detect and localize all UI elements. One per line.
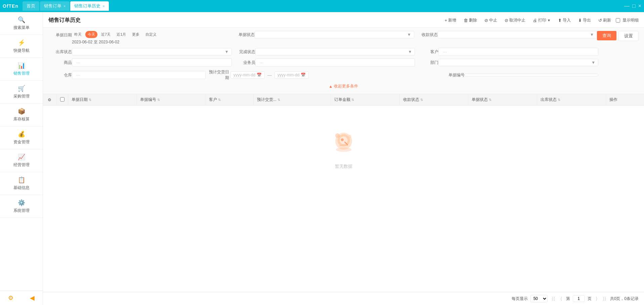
dept-dropdown-icon: ▼ — [591, 60, 595, 65]
out-dropdown-icon: ▼ — [225, 49, 229, 54]
svg-point-6 — [335, 134, 340, 138]
per-page-select[interactable]: 50 10 20 100 — [530, 295, 548, 302]
expected-date-label: 预计交货日期 — [206, 69, 229, 81]
print-icon: 🖨 — [533, 18, 537, 23]
top-tab-首页[interactable]: 首页 — [23, 1, 39, 11]
display-toggle[interactable]: 显示明细 — [616, 17, 639, 23]
query-button[interactable]: 查询 — [597, 31, 616, 40]
customer-more-icon[interactable]: ··· — [441, 49, 448, 54]
sidebar-item-基础信息[interactable]: 📋基础信息 — [0, 172, 43, 195]
salesperson-input[interactable]: ··· — [255, 59, 415, 67]
sidebar-item-采购管理[interactable]: 🛒采购管理 — [0, 81, 43, 104]
collapse-icon[interactable]: ◀ — [30, 294, 35, 302]
date-7days-btn[interactable]: 近7天 — [99, 31, 113, 38]
table-container: ⚙ 单据日期 ⇅ 单据编号 — [43, 94, 644, 292]
display-detail-checkbox[interactable] — [616, 18, 620, 23]
sort-icon-date: ⇅ — [89, 98, 91, 102]
first-page-button[interactable]: ⟨⟨ — [550, 295, 556, 302]
minimize-button[interactable]: — — [624, 3, 630, 9]
sidebar-item-快捷导航[interactable]: ⚡快捷导航 — [0, 35, 43, 58]
add-icon: + — [445, 18, 447, 23]
customer-label: 客户 — [415, 49, 438, 55]
table-body: 暂无数据 — [43, 106, 644, 190]
sidebar-bottom: ⚙ ◀ — [0, 291, 43, 305]
settings-icon[interactable]: ⚙ — [8, 294, 13, 302]
table-settings-icon[interactable]: ⚙ — [48, 98, 51, 102]
last-page-button[interactable]: ⟩⟩ — [601, 295, 607, 302]
prev-page-button[interactable]: ⟨ — [559, 295, 563, 302]
print-button[interactable]: 🖨 打印 ▼ — [530, 16, 553, 25]
status-select[interactable]: ▼ — [255, 31, 414, 38]
calendar-start-icon[interactable]: 📅 — [257, 73, 262, 77]
date-today-btn[interactable]: 今天 — [85, 31, 97, 38]
sort-icon-bill: ⇅ — [489, 98, 491, 102]
expected-date-end[interactable]: yyyy-mm-dd 📅 — [274, 71, 309, 79]
stop-button[interactable]: ⊘ 中止 — [482, 16, 500, 25]
sidebar-label: 库存核算 — [13, 116, 30, 122]
date-more-btn[interactable]: 更多 — [130, 31, 142, 38]
sidebar: 🔍搜索菜单⚡快捷导航📊销售管理🛒采购管理📦库存核算💰资金管理📈经营管理📋基础信息… — [0, 12, 43, 305]
sidebar-label: 快捷导航 — [13, 48, 30, 53]
sidebar-item-销售管理[interactable]: 📊销售管理 — [0, 58, 43, 81]
date-custom-btn[interactable]: 自定义 — [143, 31, 159, 38]
top-tab-销售订单历史[interactable]: 销售订单历史× — [70, 1, 109, 11]
customer-input[interactable]: ··· — [438, 48, 598, 56]
collapse-chevron-icon: ▲ — [329, 84, 333, 89]
import-icon: ⬆ — [558, 18, 562, 23]
footer-pagination: 每页显示 50 10 20 100 ⟨⟨ ⟨ 第 页 ⟩ ⟩⟩ 共0页，0条记录 — [43, 292, 644, 305]
product-more-icon[interactable]: ··· — [75, 60, 82, 65]
out-status-select[interactable]: ▼ — [72, 48, 232, 55]
cancel-stop-button[interactable]: ⊘ 取消中止 — [502, 16, 528, 25]
col-amount-sort[interactable]: 订单金额 ⇅ — [334, 97, 396, 103]
date-yesterday-btn[interactable]: 昨天 — [72, 31, 84, 38]
col-number-sort[interactable]: 单据编号 ⇅ — [140, 97, 202, 103]
top-tab-销售订单[interactable]: 销售订单× — [40, 1, 70, 11]
filter-area: 单据日期 昨天 今天 近7天 近1月 更多 自定义 2023-06-02 至 2… — [43, 28, 644, 94]
svg-point-4 — [341, 139, 343, 141]
complete-status-select[interactable]: ▼ — [255, 48, 415, 55]
receipt-status-select[interactable]: ▼ — [438, 31, 597, 38]
new-button[interactable]: + 新增 — [442, 16, 459, 25]
warehouse-input[interactable]: ··· — [72, 71, 206, 79]
tab-close-icon[interactable]: × — [63, 4, 66, 8]
collapse-row[interactable]: ▲ 收起更多条件 — [48, 82, 639, 90]
col-customer-sort[interactable]: 客户 ⇅ — [209, 97, 250, 103]
product-input[interactable]: ··· — [72, 59, 232, 67]
date-1month-btn[interactable]: 近1月 — [114, 31, 128, 38]
col-date-sort[interactable]: 单据日期 ⇅ — [72, 97, 133, 103]
dept-select[interactable]: ▼ — [438, 59, 598, 66]
col-receipt-sort[interactable]: 收款状态 ⇅ — [403, 97, 465, 103]
col-expected-sort[interactable]: 预计交货... ⇅ — [257, 97, 327, 103]
select-all-checkbox[interactable] — [60, 97, 65, 102]
close-button[interactable]: × — [638, 3, 641, 9]
col-bill-status: 单据状态 ⇅ — [468, 94, 537, 106]
sidebar-item-经营管理[interactable]: 📈经营管理 — [0, 149, 43, 172]
order-number-input[interactable] — [465, 74, 598, 76]
refresh-icon: ↺ — [598, 18, 602, 23]
salesperson-more-icon[interactable]: ··· — [258, 60, 265, 65]
import-button[interactable]: ⬆ 导入 — [555, 16, 573, 25]
receipt-status-label: 收款状态 — [414, 32, 438, 38]
sidebar-item-系统管理[interactable]: ⚙️系统管理 — [0, 195, 43, 218]
warehouse-more-icon[interactable]: ··· — [75, 72, 82, 78]
sidebar-item-资金管理[interactable]: 💰资金管理 — [0, 126, 43, 149]
sort-icon-out: ⇅ — [558, 98, 560, 102]
calendar-end-icon[interactable]: 📅 — [301, 73, 306, 77]
col-out-sort[interactable]: 出库状态 ⇅ — [541, 97, 602, 103]
toolbar: + 新增 🗑 删除 ⊘ 中止 ⊘ 取消中止 🖨 打印 — [442, 16, 639, 25]
order-number-label: 单据编号 — [441, 72, 465, 78]
export-button[interactable]: ⬇ 导出 — [575, 16, 594, 25]
sidebar-item-搜索菜单[interactable]: 🔍搜索菜单 — [0, 12, 43, 35]
page-input[interactable] — [573, 295, 585, 302]
col-bill-sort[interactable]: 单据状态 ⇅ — [472, 97, 533, 103]
settings-button[interactable]: 设置 — [618, 31, 639, 41]
maximize-button[interactable]: □ — [632, 3, 636, 9]
receipt-dropdown-icon: ▼ — [590, 32, 594, 37]
next-page-button[interactable]: ⟩ — [594, 295, 599, 302]
refresh-button[interactable]: ↺ 刷新 — [596, 16, 614, 25]
main-layout: 🔍搜索菜单⚡快捷导航📊销售管理🛒采购管理📦库存核算💰资金管理📈经营管理📋基础信息… — [0, 12, 644, 305]
tab-close-icon[interactable]: × — [102, 4, 104, 8]
delete-button[interactable]: 🗑 删除 — [461, 16, 480, 25]
expected-date-start[interactable]: yyyy-mm-dd 📅 — [230, 71, 265, 79]
sidebar-item-库存核算[interactable]: 📦库存核算 — [0, 104, 43, 126]
